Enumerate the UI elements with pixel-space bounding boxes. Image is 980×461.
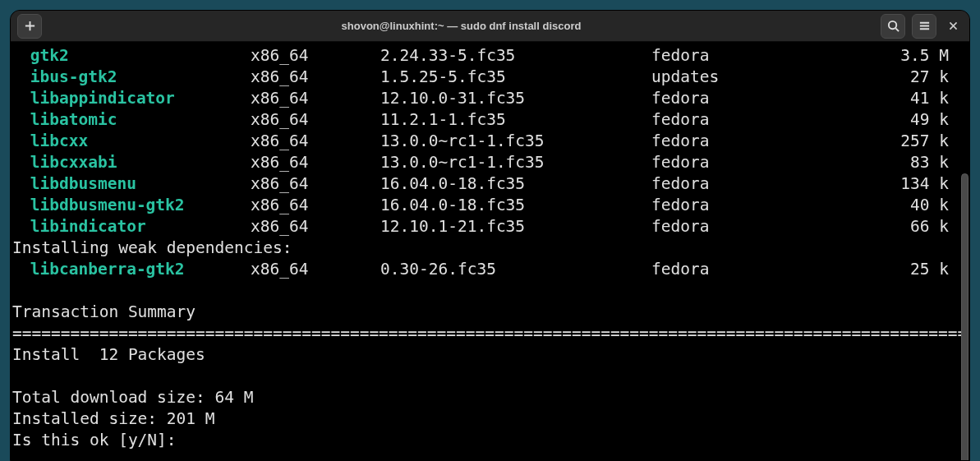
package-name: libappindicator bbox=[12, 88, 251, 109]
package-name: libcanberra-gtk2 bbox=[12, 259, 251, 280]
package-arch: x86_64 bbox=[251, 173, 380, 195]
package-version: 0.30-26.fc35 bbox=[380, 259, 651, 280]
weak-deps-label: Installing weak dependencies: bbox=[12, 237, 968, 259]
hamburger-icon bbox=[918, 20, 931, 32]
package-repo: fedora bbox=[651, 259, 875, 280]
svg-point-0 bbox=[888, 21, 895, 29]
package-arch: x86_64 bbox=[251, 109, 380, 131]
package-repo: fedora bbox=[651, 216, 875, 237]
package-repo: fedora bbox=[651, 109, 875, 131]
package-arch: x86_64 bbox=[251, 67, 380, 88]
package-arch: x86_64 bbox=[251, 88, 380, 109]
package-row: ibus-gtk2x86_641.5.25-5.fc35updates27 k bbox=[12, 67, 968, 88]
plus-icon bbox=[24, 20, 36, 32]
package-version: 16.04.0-18.fc35 bbox=[380, 195, 651, 216]
package-name: libdbusmenu-gtk2 bbox=[12, 195, 251, 216]
new-tab-button[interactable] bbox=[17, 14, 42, 39]
package-size: 25 k bbox=[875, 259, 949, 280]
package-name: ibus-gtk2 bbox=[12, 67, 251, 88]
install-count-line: Install 12 Packages bbox=[12, 344, 968, 366]
package-row: gtk2x86_642.24.33-5.fc35fedora3.5 M bbox=[12, 45, 968, 67]
package-version: 1.5.25-5.fc35 bbox=[380, 67, 651, 88]
package-row: libindicatorx86_6412.10.1-21.fc35fedora6… bbox=[12, 216, 968, 237]
package-repo: fedora bbox=[651, 45, 875, 67]
installed-size-line: Installed size: 201 M bbox=[12, 408, 968, 430]
package-size: 40 k bbox=[875, 195, 949, 216]
window-title: shovon@linuxhint:~ — sudo dnf install di… bbox=[44, 20, 879, 32]
package-repo: fedora bbox=[651, 88, 875, 109]
blank-line bbox=[12, 366, 968, 387]
package-row: libcxxx86_6413.0.0~rc1-1.fc35fedora257 k bbox=[12, 131, 968, 152]
titlebar-controls bbox=[879, 14, 964, 39]
package-size: 83 k bbox=[875, 152, 949, 173]
package-size: 27 k bbox=[875, 67, 949, 88]
titlebar: shovon@linuxhint:~ — sudo dnf install di… bbox=[11, 11, 969, 42]
menu-button[interactable] bbox=[912, 14, 936, 39]
package-version: 12.10.0-31.fc35 bbox=[380, 88, 651, 109]
scrollbar-thumb[interactable] bbox=[961, 173, 968, 460]
package-version: 13.0.0~rc1-1.fc35 bbox=[380, 131, 651, 152]
package-row: libdbusmenu-gtk2x86_6416.04.0-18.fc35fed… bbox=[12, 195, 968, 216]
blank-line bbox=[12, 280, 968, 302]
package-version: 11.2.1-1.fc35 bbox=[380, 109, 651, 131]
package-arch: x86_64 bbox=[251, 152, 380, 173]
package-size: 66 k bbox=[875, 216, 949, 237]
confirm-prompt: Is this ok [y/N]: bbox=[12, 430, 968, 451]
package-repo: fedora bbox=[651, 152, 875, 173]
package-size: 257 k bbox=[875, 131, 949, 152]
package-repo: updates bbox=[651, 67, 875, 88]
package-name: gtk2 bbox=[12, 45, 251, 67]
package-name: libcxxabi bbox=[12, 152, 251, 173]
package-row: libatomicx86_6411.2.1-1.fc35fedora49 k bbox=[12, 109, 968, 131]
package-version: 12.10.1-21.fc35 bbox=[380, 216, 651, 237]
search-button[interactable] bbox=[881, 14, 905, 39]
terminal-window: shovon@linuxhint:~ — sudo dnf install di… bbox=[10, 10, 970, 461]
package-size: 49 k bbox=[875, 109, 949, 131]
package-size: 41 k bbox=[875, 88, 949, 109]
package-arch: x86_64 bbox=[251, 195, 380, 216]
close-icon bbox=[948, 21, 959, 31]
search-icon bbox=[887, 20, 899, 32]
package-arch: x86_64 bbox=[251, 45, 380, 67]
package-row: libdbusmenux86_6416.04.0-18.fc35fedora13… bbox=[12, 173, 968, 195]
package-name: libatomic bbox=[12, 109, 251, 131]
close-button[interactable] bbox=[941, 15, 964, 38]
package-row: libcxxabix86_6413.0.0~rc1-1.fc35fedora83… bbox=[12, 152, 968, 173]
package-name: libdbusmenu bbox=[12, 173, 251, 195]
package-repo: fedora bbox=[651, 173, 875, 195]
download-size-line: Total download size: 64 M bbox=[12, 387, 968, 408]
package-version: 2.24.33-5.fc35 bbox=[380, 45, 651, 67]
package-repo: fedora bbox=[651, 195, 875, 216]
divider-line: ========================================… bbox=[12, 323, 968, 344]
terminal-content[interactable]: gtk2x86_642.24.33-5.fc35fedora3.5 M ibus… bbox=[11, 42, 969, 460]
package-version: 13.0.0~rc1-1.fc35 bbox=[380, 152, 651, 173]
package-arch: x86_64 bbox=[251, 131, 380, 152]
package-row: libcanberra-gtk2x86_640.30-26.fc35fedora… bbox=[12, 259, 968, 280]
package-name: libindicator bbox=[12, 216, 251, 237]
package-size: 134 k bbox=[875, 173, 949, 195]
package-version: 16.04.0-18.fc35 bbox=[380, 173, 651, 195]
package-size: 3.5 M bbox=[875, 45, 949, 67]
package-name: libcxx bbox=[12, 131, 251, 152]
package-arch: x86_64 bbox=[251, 259, 380, 280]
package-repo: fedora bbox=[651, 131, 875, 152]
transaction-summary-header: Transaction Summary bbox=[12, 302, 968, 323]
package-arch: x86_64 bbox=[251, 216, 380, 237]
package-row: libappindicatorx86_6412.10.0-31.fc35fedo… bbox=[12, 88, 968, 109]
